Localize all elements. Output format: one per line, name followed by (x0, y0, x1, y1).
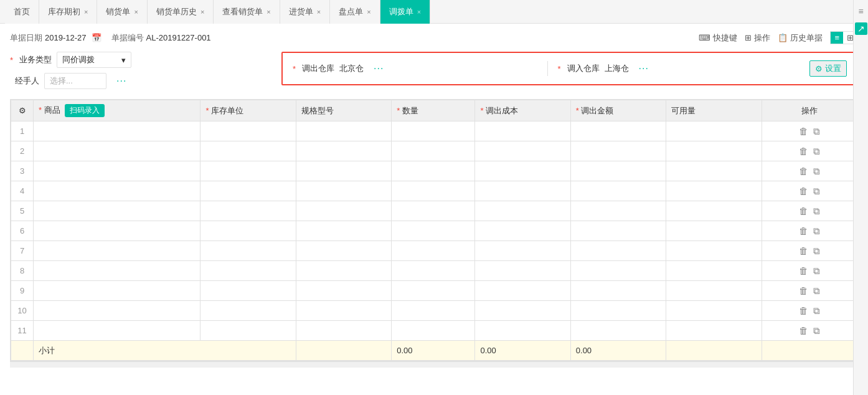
table-row: 7 🗑⧉ (11, 241, 857, 261)
th-unit: * 库存单位 (200, 100, 296, 121)
horizontal-scrollbar[interactable] (10, 361, 858, 368)
tab-transfer[interactable]: 调拨单 × (380, 0, 430, 24)
delete-icon[interactable]: 🗑 (799, 206, 808, 216)
delete-icon[interactable]: 🗑 (799, 166, 808, 176)
copy-icon[interactable]: ⧉ (813, 285, 820, 297)
close-icon[interactable]: × (134, 8, 138, 16)
subtotal-label: 小计 (34, 341, 296, 361)
tab-sales-history[interactable]: 销货单历史 × (148, 0, 214, 24)
operation-icon: ⊞ (745, 33, 752, 42)
transfer-out-value[interactable]: 北京仓 (339, 63, 364, 74)
delete-icon[interactable]: 🗑 (799, 285, 808, 296)
copy-icon[interactable]: ⧉ (813, 166, 820, 177)
number-value: AL-20191227-001 (146, 33, 211, 42)
date-value[interactable]: 2019-12-27 (45, 33, 87, 42)
required-mark: * (10, 55, 13, 65)
delete-icon[interactable]: 🗑 (799, 126, 808, 136)
delete-icon[interactable]: 🗑 (799, 146, 808, 156)
delete-icon[interactable]: 🗑 (799, 226, 808, 236)
cell-op-1: 🗑 ⧉ (762, 121, 857, 141)
copy-icon[interactable]: ⧉ (813, 226, 820, 237)
copy-icon[interactable]: ⧉ (813, 126, 820, 137)
handler-row: 经手人 选择... ··· (10, 73, 271, 89)
table-row: 5 🗑⧉ (11, 201, 857, 221)
operation-btn[interactable]: ⊞ 操作 (745, 32, 770, 44)
sidebar-export-icon[interactable]: ↗ (855, 22, 867, 35)
tab-inventory-init[interactable]: 库存期初 × (39, 0, 97, 24)
subtotal-amount: 0.00 (570, 341, 666, 361)
copy-icon[interactable]: ⧉ (813, 305, 820, 316)
th-product: * 商品 扫码录入 (34, 100, 200, 121)
cell-available-1[interactable] (666, 121, 762, 141)
close-icon[interactable]: × (84, 8, 88, 16)
close-icon[interactable]: × (417, 8, 421, 16)
delete-icon[interactable]: 🗑 (799, 325, 808, 336)
cell-unit-1[interactable] (200, 121, 296, 141)
close-icon[interactable]: × (267, 8, 270, 16)
header-row: 单据日期 2019-12-27 📅 单据编号 AL-20191227-001 ⌨… (10, 31, 858, 44)
cell-amount-1[interactable] (570, 121, 666, 141)
header-right: ⌨ 快捷键 ⊞ 操作 📋 历史单据 ≡ ⊞ (699, 31, 858, 44)
chevron-down-icon: ▾ (121, 55, 126, 65)
date-label: 单据日期 (10, 32, 42, 44)
business-type-row: * 业务类型 同价调拨 ▾ (10, 52, 271, 68)
main-table: ⚙ * 商品 扫码录入 * 库存单位 规格型号 * 数量 (11, 100, 857, 361)
transfer-in-value[interactable]: 上海仓 (605, 63, 629, 74)
tab-sales-order[interactable]: 销货单 × (97, 0, 147, 24)
delete-icon[interactable]: 🗑 (799, 245, 808, 256)
delete-icon[interactable]: 🗑 (799, 265, 808, 276)
tab-purchase[interactable]: 进货单 × (280, 0, 330, 24)
transfer-in-group: * 调入仓库 上海仓 ··· (558, 63, 803, 74)
delete-icon[interactable]: 🗑 (799, 186, 808, 196)
table-row: 8 🗑⧉ (11, 261, 857, 281)
table-row: 11 🗑⧉ (11, 321, 857, 341)
business-type-label: 业务类型 (19, 54, 52, 65)
cell-product-1[interactable] (34, 121, 200, 141)
number-field: 单据编号 AL-20191227-001 (111, 32, 211, 44)
sidebar-list-icon[interactable]: ≡ (855, 5, 867, 17)
tab-inventory-check[interactable]: 盘点单 × (330, 0, 380, 24)
history-btn[interactable]: 📋 历史单据 (778, 32, 823, 44)
scan-button[interactable]: 扫码录入 (65, 104, 105, 117)
right-sidebar: ≡ ↗ (853, 0, 868, 375)
copy-icon[interactable]: ⧉ (813, 206, 820, 217)
calendar-icon[interactable]: 📅 (92, 33, 101, 42)
list-view-btn[interactable]: ≡ (831, 32, 843, 44)
copy-icon[interactable]: ⧉ (813, 186, 820, 197)
left-form: * 业务类型 同价调拨 ▾ 经手人 选择... ··· (10, 52, 271, 94)
table-container: ⚙ * 商品 扫码录入 * 库存单位 规格型号 * 数量 (10, 99, 858, 361)
table-header-row: ⚙ * 商品 扫码录入 * 库存单位 规格型号 * 数量 (11, 100, 857, 121)
settings-button[interactable]: ⚙ 设置 (809, 60, 847, 77)
table-row: 1 🗑 ⧉ (11, 121, 857, 141)
close-icon[interactable]: × (200, 8, 204, 16)
table-row: 3 🗑⧉ (11, 161, 857, 181)
handler-placeholder[interactable]: 选择... (44, 73, 106, 89)
subtotal-cost: 0.00 (475, 341, 570, 361)
cell-spec-1[interactable] (296, 121, 391, 141)
transfer-out-more-btn[interactable]: ··· (374, 63, 384, 74)
table-row: 2 🗑⧉ (11, 141, 857, 161)
main-content: 单据日期 2019-12-27 📅 单据编号 AL-20191227-001 ⌨… (0, 24, 868, 375)
handler-more-btn[interactable]: ··· (116, 75, 126, 87)
business-type-dropdown[interactable]: 同价调拨 ▾ (57, 52, 131, 68)
copy-icon[interactable]: ⧉ (813, 245, 820, 257)
copy-icon[interactable]: ⧉ (813, 265, 820, 277)
transfer-in-more-btn[interactable]: ··· (639, 63, 649, 74)
copy-icon[interactable]: ⧉ (813, 325, 820, 336)
tab-home[interactable]: 首页 (5, 0, 39, 24)
th-spec: 规格型号 (296, 100, 391, 121)
close-icon[interactable]: × (367, 8, 370, 16)
shortcut-btn[interactable]: ⌨ 快捷键 (699, 32, 737, 44)
th-settings[interactable]: ⚙ (11, 100, 34, 121)
close-icon[interactable]: × (317, 8, 321, 16)
cell-qty-1[interactable] (392, 121, 475, 141)
tab-view-sales[interactable]: 查看销货单 × (214, 0, 280, 24)
copy-icon[interactable]: ⧉ (813, 146, 820, 157)
delete-icon[interactable]: 🗑 (799, 305, 808, 316)
th-cost: * 调出成本 (475, 100, 570, 121)
transfer-out-group: * 调出仓库 北京仓 ··· (293, 63, 537, 74)
table-row: 9 🗑⧉ (11, 281, 857, 301)
cell-cost-1[interactable] (475, 121, 570, 141)
header-left: 单据日期 2019-12-27 📅 单据编号 AL-20191227-001 (10, 32, 211, 44)
gear-icon: ⚙ (815, 64, 823, 74)
